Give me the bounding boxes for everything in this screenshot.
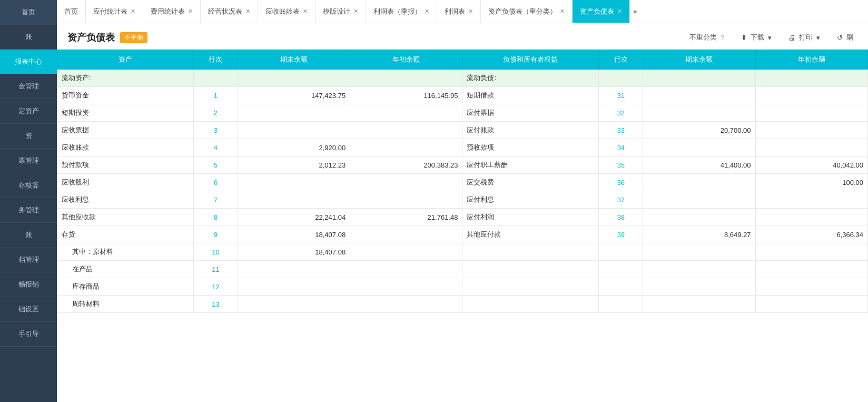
- tab-balance-sheet[interactable]: 资产负债表 ✕: [573, 0, 630, 23]
- asset-period-end: [238, 174, 350, 191]
- asset-period-end: 18,407.08: [238, 226, 350, 243]
- asset-year-start: [350, 243, 462, 261]
- liability-period-end: [643, 191, 755, 209]
- liability-label: [462, 278, 599, 296]
- table-row: 应收账款 4 2,920.00 预收款项 34: [57, 139, 868, 156]
- tab-expense-stats[interactable]: 费用统计表 ✕: [143, 0, 201, 23]
- main-area: 首页 应付统计表 ✕ 费用统计表 ✕ 经营状况表 ✕ 应收账龄表 ✕ 模版设计 …: [57, 0, 868, 402]
- table-row: 存货 9 18,407.08 其他应付款 39 8,649.27 6,366.3…: [57, 226, 868, 243]
- header-period-end: 期末余额: [238, 50, 350, 70]
- asset-lineno: 10: [194, 243, 238, 261]
- sidebar-item-settings[interactable]: 础设置: [0, 297, 57, 322]
- section-asset-label: 流动资产:: [57, 70, 194, 87]
- close-profit-quarterly[interactable]: ✕: [425, 8, 429, 15]
- liability-year-start: [755, 191, 867, 209]
- asset-lineno: 12: [194, 278, 238, 296]
- liability-period-end: [643, 278, 755, 296]
- tab-operation-status[interactable]: 经营状况表 ✕: [201, 0, 258, 23]
- liability-label: 短期借款: [462, 87, 599, 104]
- table-row: 流动资产: 流动负债:: [57, 70, 868, 87]
- asset-lineno: 7: [194, 191, 238, 209]
- sidebar-item-report-center[interactable]: 报表中心: [0, 50, 57, 74]
- asset-period-end: [238, 261, 350, 278]
- close-balance-reclassified[interactable]: ✕: [560, 8, 565, 15]
- liability-label: 应付账款: [462, 122, 599, 139]
- close-profit[interactable]: ✕: [468, 8, 473, 15]
- asset-lineno: 3: [194, 122, 238, 139]
- sidebar-item-fixed-assets[interactable]: 定资产: [0, 99, 57, 124]
- close-template-design[interactable]: ✕: [353, 8, 358, 15]
- asset-lineno: 8: [194, 209, 238, 226]
- close-ap-stats[interactable]: ✕: [131, 8, 135, 15]
- tab-profit[interactable]: 利润表 ✕: [437, 0, 481, 23]
- sidebar-item-guide[interactable]: 手引导: [0, 322, 57, 347]
- page-title: 资产负债表: [67, 31, 115, 44]
- sidebar-item-bill-mgmt[interactable]: 票管理: [0, 149, 57, 173]
- asset-lineno: 2: [194, 104, 238, 122]
- liability-year-start: [755, 296, 867, 313]
- print-btn[interactable]: 🖨 打印 ▾: [784, 31, 824, 44]
- tab-profit-quarterly[interactable]: 利润表（季报） ✕: [366, 0, 437, 23]
- sidebar-item-fund-mgmt[interactable]: 金管理: [0, 74, 57, 99]
- tab-ar-aging[interactable]: 应收账龄表 ✕: [258, 0, 315, 23]
- question-icon: ?: [721, 34, 724, 42]
- close-operation-status[interactable]: ✕: [245, 8, 250, 15]
- sidebar-item-home[interactable]: 首页: [0, 0, 57, 25]
- refresh-icon: ↺: [837, 34, 843, 42]
- sidebar-item-accounts2[interactable]: 账: [0, 223, 57, 248]
- asset-year-start: [350, 122, 462, 139]
- table-row: 应收票据 3 应付账款 33 20,700.00: [57, 122, 868, 139]
- close-balance-sheet[interactable]: ✕: [617, 8, 622, 15]
- asset-year-start: [350, 104, 462, 122]
- header-year-start2: 年初余额: [755, 50, 867, 70]
- asset-label: 库存商品: [57, 278, 194, 296]
- sidebar-item-inventory[interactable]: 存核算: [0, 173, 57, 198]
- liability-lineno: [599, 296, 643, 313]
- liability-year-start: [755, 104, 867, 122]
- asset-lineno: 9: [194, 226, 238, 243]
- liability-period-end: [643, 209, 755, 226]
- asset-year-start: 200,383.23: [350, 156, 462, 174]
- liability-lineno: 38: [599, 209, 643, 226]
- asset-lineno: 1: [194, 87, 238, 104]
- close-expense-stats[interactable]: ✕: [188, 8, 193, 15]
- liability-period-end: [643, 174, 755, 191]
- sidebar-item-archive[interactable]: 档管理: [0, 248, 57, 272]
- print-icon: 🖨: [788, 34, 795, 42]
- sidebar-item-investment[interactable]: 资: [0, 124, 57, 149]
- close-ar-aging[interactable]: ✕: [303, 8, 308, 15]
- refresh-btn[interactable]: ↺ 刷: [833, 31, 857, 44]
- tab-balance-reclassified[interactable]: 资产负债表（重分类） ✕: [481, 0, 573, 23]
- liability-period-end: 41,400.00: [643, 156, 755, 174]
- tab-home[interactable]: 首页: [57, 0, 86, 23]
- asset-period-end: [238, 104, 350, 122]
- liability-year-start: [755, 261, 867, 278]
- liability-label: 其他应付款: [462, 226, 599, 243]
- liability-period-end: 20,700.00: [643, 122, 755, 139]
- download-icon: ⬇: [741, 34, 747, 42]
- unbalanced-badge: 不平衡: [120, 32, 147, 43]
- asset-year-start: [350, 226, 462, 243]
- download-btn[interactable]: ⬇ 下载 ▾: [737, 31, 776, 44]
- liability-label: 应交税费: [462, 174, 599, 191]
- sidebar-item-tax-mgmt[interactable]: 务管理: [0, 198, 57, 223]
- asset-label: 应收账款: [57, 139, 194, 156]
- tab-ap-stats[interactable]: 应付统计表 ✕: [86, 0, 143, 23]
- balance-sheet-table: 资产 行次 期末余额 年初余额 负债和所有者权益 行次 期末余额 年初余额 流动…: [57, 50, 868, 313]
- table-row: 应收利息 7 应付利息 37: [57, 191, 868, 209]
- asset-period-end: 2,012.23: [238, 156, 350, 174]
- table-row: 库存商品 12: [57, 278, 868, 296]
- sidebar-item-marketing[interactable]: 畅报销: [0, 272, 57, 297]
- liability-year-start: [755, 243, 867, 261]
- no-reclassify-btn[interactable]: 不重分类 ?: [685, 31, 728, 44]
- content-area: 资产负债表 不平衡 不重分类 ? ⬇ 下载 ▾ 🖨 打印 ▾: [57, 23, 868, 402]
- tab-template-design[interactable]: 模版设计 ✕: [315, 0, 366, 23]
- liability-period-end: [643, 139, 755, 156]
- tab-scroll-right[interactable]: ▶: [630, 8, 640, 14]
- sidebar-item-accounts[interactable]: 账: [0, 25, 57, 50]
- asset-lineno: 5: [194, 156, 238, 174]
- asset-label: 周转材料: [57, 296, 194, 313]
- liability-year-start: 6,366.34: [755, 226, 867, 243]
- liability-label: 应付票据: [462, 104, 599, 122]
- sidebar: 首页 账 报表中心 金管理 定资产 资 票管理 存核算 务管理 账 档管理 畅报…: [0, 0, 57, 402]
